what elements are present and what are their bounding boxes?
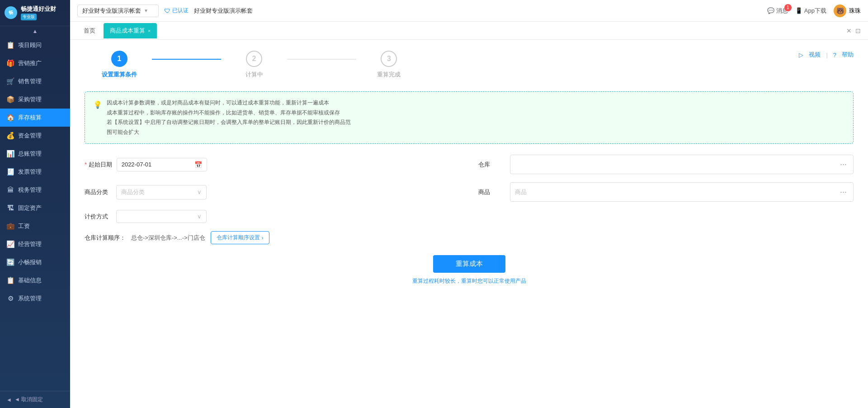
- main-btn-area: 重算成本 重算过程耗时较长，重算时您可以正常使用产品: [85, 255, 854, 285]
- phone-icon: 📱: [795, 7, 802, 14]
- sidebar-item-label: 经营管理: [18, 240, 42, 248]
- separator: |: [826, 52, 827, 58]
- sidebar-item-label: 税务管理: [18, 186, 42, 194]
- sidebar-item-inventory[interactable]: 🏠 库存核算: [0, 109, 70, 127]
- window-close-button[interactable]: ✕: [846, 27, 852, 34]
- recalc-hint: 重算过程耗时较长，重算时您可以正常使用产品: [412, 277, 526, 285]
- shield-icon: 🛡: [164, 7, 170, 14]
- goods-dots-icon[interactable]: ···: [838, 185, 849, 199]
- purchase-icon: 📦: [6, 95, 14, 104]
- topbar: 好业财专业版演示帐套 ▼ 🛡 已认证 好业财专业版演示帐套 💬 消息 1 📱 A…: [70, 0, 868, 22]
- user-menu[interactable]: 🐻 珠珠: [834, 5, 861, 17]
- info-content: 因成本计算参数调整，或是对商品成本有疑问时，可以通过成本重算功能，重新计算一遍成…: [107, 98, 351, 137]
- sidebar-item-tax[interactable]: 🏛 税务管理: [0, 181, 70, 199]
- window-expand-button[interactable]: ⊡: [855, 27, 861, 34]
- sidebar-item-purchase[interactable]: 📦 采购管理: [0, 90, 70, 109]
- steps-section: 1 设置重算条件 2 计算中 3 重算完成 ▷ 视频 | ?: [85, 51, 854, 79]
- warehouse-dots-icon[interactable]: ···: [838, 158, 849, 171]
- info-line-4: 围可能会扩大: [107, 128, 351, 138]
- sidebar-item-label: 固定资产: [18, 204, 42, 212]
- app-download-label: App下载: [804, 7, 826, 15]
- tab-home[interactable]: 首页: [77, 23, 102, 38]
- sidebar-item-label: 销售管理: [18, 77, 42, 85]
- step-line-1: [152, 59, 221, 60]
- category-placeholder: 商品分类: [121, 188, 145, 196]
- expense-icon: 🔄: [6, 258, 14, 266]
- unpin-icon: ◄: [6, 397, 12, 403]
- form-section: 起始日期 2022-07-01 📅 仓库 ··· 商品分类: [85, 155, 854, 223]
- user-avatar: 🐻: [834, 5, 846, 17]
- step-3-label: 重算完成: [377, 71, 401, 79]
- sidebar-item-sales[interactable]: 🛒 销售管理: [0, 72, 70, 90]
- help-link[interactable]: 帮助: [842, 51, 854, 59]
- step-line-2: [287, 59, 356, 60]
- step-1: 1 设置重算条件: [85, 51, 154, 79]
- sidebar-item-project[interactable]: 📋 项目顾问: [0, 36, 70, 54]
- sidebar-item-marketing[interactable]: 🎁 营销推广: [0, 54, 70, 72]
- salary-icon: 💼: [6, 222, 14, 230]
- tab-cost-recalc-label: 商品成本重算: [110, 27, 145, 35]
- sidebar-scroll-up[interactable]: ▲: [0, 26, 70, 36]
- video-link[interactable]: 视频: [809, 51, 821, 59]
- calendar-icon[interactable]: 📅: [194, 161, 202, 168]
- sidebar-item-accounting[interactable]: 📊 总账管理: [0, 145, 70, 163]
- info-line-1: 因成本计算参数调整，或是对商品成本有疑问时，可以通过成本重算功能，重新计算一遍成…: [107, 98, 351, 108]
- step-1-label: 设置重算条件: [102, 71, 137, 79]
- app-title: 畅捷通好业财: [21, 5, 56, 13]
- sidebar-item-salary[interactable]: 💼 工资: [0, 217, 70, 235]
- start-date-value: 2022-07-01: [122, 161, 152, 168]
- recalc-button[interactable]: 重算成本: [433, 255, 505, 273]
- sidebar-nav: 📋 项目顾问 🎁 营销推广 🛒 销售管理 📦 采购管理 🏠 库存核算 💰 资金管…: [0, 36, 70, 391]
- warehouse-order-setting-button[interactable]: 仓库计算顺序设置 ›: [211, 231, 269, 244]
- sidebar-item-invoice[interactable]: 🧾 发票管理: [0, 163, 70, 181]
- tab-cost-recalc[interactable]: 商品成本重算 ×: [104, 23, 157, 38]
- warehouse-order-arrow-icon: ›: [262, 235, 264, 241]
- goods-input[interactable]: 商品 ···: [510, 182, 854, 202]
- sidebar-item-basic[interactable]: 📋 基础信息: [0, 271, 70, 289]
- info-line-2: 成本重算过程中，影响库存账的操作均不能操作，比如进货单、销货单、库存单据不能审核…: [107, 108, 351, 118]
- steps-row: 1 设置重算条件 2 计算中 3 重算完成: [85, 51, 424, 79]
- assets-icon: 🏗: [6, 204, 14, 212]
- help-icon: ?: [833, 52, 836, 58]
- pricing-select[interactable]: ∨: [116, 210, 207, 223]
- user-name: 珠珠: [849, 7, 861, 15]
- step-3-circle: 3: [381, 51, 397, 67]
- sidebar-item-label: 发票管理: [18, 168, 42, 176]
- accounting-icon: 📊: [6, 150, 14, 158]
- warehouse-field: 仓库 ···: [478, 155, 854, 174]
- warehouse-input[interactable]: ···: [510, 155, 854, 174]
- sidebar-item-label: 资金管理: [18, 132, 42, 140]
- sidebar-item-label: 采购管理: [18, 95, 42, 104]
- sidebar-item-label: 库存核算: [18, 114, 42, 122]
- warehouse-order-row: 仓库计算顺序： 总仓->深圳仓库->...->门店仓 仓库计算顺序设置 ›: [85, 231, 854, 244]
- sidebar-item-label: 营销推广: [18, 59, 42, 67]
- sidebar-item-expense[interactable]: 🔄 小畅报销: [0, 253, 70, 271]
- category-select[interactable]: 商品分类 ∨: [116, 185, 207, 199]
- sidebar-item-label: 系统管理: [18, 294, 42, 303]
- sidebar-unpin[interactable]: ◄ ◄ 取消固定: [0, 391, 70, 408]
- message-button[interactable]: 💬 消息 1: [767, 7, 788, 15]
- category-field: 商品分类 商品分类 ∨: [85, 185, 460, 199]
- tab-close-icon[interactable]: ×: [148, 28, 151, 33]
- sidebar-item-assets[interactable]: 🏗 固定资产: [0, 199, 70, 217]
- step-2: 2 计算中: [219, 51, 288, 79]
- message-icon: 💬: [767, 7, 774, 14]
- sidebar-item-label: 项目顾问: [18, 41, 42, 49]
- goods-field: 商品 商品 ···: [478, 182, 854, 202]
- sidebar-item-finance[interactable]: 💰 资金管理: [0, 127, 70, 145]
- account-selector[interactable]: 好业财专业版演示帐套 ▼: [77, 5, 159, 17]
- video-icon: ▷: [799, 52, 803, 58]
- sidebar-header: 畅 畅捷通好业财 专业版: [0, 0, 70, 26]
- info-line-3: 若【系统设置】中启用了自动调整记账日期时，会调整入库单的整单记账日期，因此重新计…: [107, 118, 351, 128]
- pricing-dropdown-icon: ∨: [197, 213, 202, 220]
- form-row-1: 起始日期 2022-07-01 📅 仓库 ···: [85, 155, 854, 174]
- app-download-button[interactable]: 📱 App下载: [795, 7, 826, 15]
- operations-icon: 📈: [6, 240, 14, 248]
- warehouse-order-value: 总仓->深圳仓库->...->门店仓: [131, 234, 205, 242]
- sidebar-item-operations[interactable]: 📈 经营管理: [0, 235, 70, 253]
- warehouse-label: 仓库: [478, 161, 505, 169]
- start-date-label: 起始日期: [85, 161, 112, 169]
- form-row-2: 商品分类 商品分类 ∨ 商品 商品 ···: [85, 182, 854, 202]
- start-date-input[interactable]: 2022-07-01 📅: [117, 158, 207, 171]
- sidebar-item-system[interactable]: ⚙ 系统管理: [0, 289, 70, 308]
